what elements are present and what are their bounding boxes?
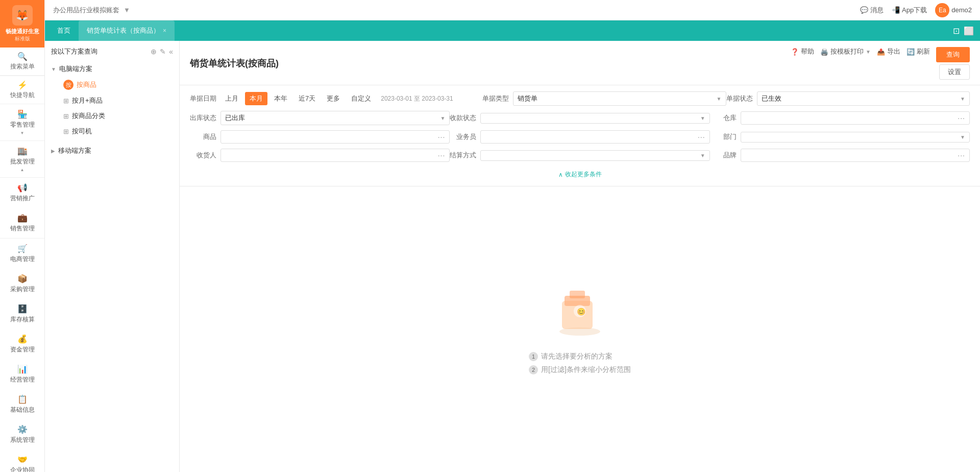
filter-brand: 品牌 ··· xyxy=(710,149,970,162)
app-download-btn[interactable]: 📲 App下载 xyxy=(892,6,927,15)
page-actions: ❓ 帮助 🖨️ 按模板打印 ▼ 📤 导出 xyxy=(791,47,930,56)
tab-maximize-icon[interactable]: ⬜ xyxy=(964,26,974,36)
export-btn[interactable]: 📤 导出 xyxy=(877,47,900,56)
empty-icon: 😊 xyxy=(549,280,610,342)
receipt-status-label: 收款状态 xyxy=(450,113,480,123)
tree-item-by-product[interactable]: 按 按商品 xyxy=(57,77,179,93)
main-area: 办公用品行业模拟账套 ▼ 💬 消息 📲 App下载 Ea demo2 首页 xyxy=(45,0,980,472)
date-btn-custom[interactable]: 自定义 xyxy=(347,92,376,105)
tree-item-by-month-product[interactable]: ⊞ 按月+商品 xyxy=(57,93,179,108)
receiver-more-btn[interactable]: ··· xyxy=(438,151,446,159)
settings-button[interactable]: 设置 xyxy=(939,64,970,80)
print-dropdown-icon[interactable]: ▼ xyxy=(866,49,871,55)
sidebar-item-ecommerce[interactable]: 🛒 电商管理 xyxy=(0,239,44,269)
header-left: 办公用品行业模拟账套 ▼ xyxy=(53,6,130,15)
top-header: 办公用品行业模拟账套 ▼ 💬 消息 📲 App下载 Ea demo2 xyxy=(45,0,980,20)
sidebar-item-finance[interactable]: 💰 资金管理 xyxy=(0,329,44,359)
salesperson-input[interactable]: ··· xyxy=(480,130,709,144)
filter-receiver: 收货人 ··· xyxy=(190,149,450,162)
sidebar-item-retail[interactable]: 🏪 零售管理 ▼ xyxy=(0,104,44,140)
sidebar-item-basic[interactable]: 📋 基础信息 xyxy=(0,389,44,419)
sidebar-item-sales[interactable]: 💼 销售管理 xyxy=(0,208,44,238)
tree-expand-icon[interactable]: ▼ xyxy=(51,66,56,72)
print-icon: 🖨️ xyxy=(820,48,828,56)
tab-restore-icon[interactable]: ⊡ xyxy=(953,26,960,36)
workspace-dropdown-icon[interactable]: ▼ xyxy=(124,6,130,14)
out-status-select[interactable]: 已出库 ▼ xyxy=(220,111,450,125)
receiver-input[interactable]: ··· xyxy=(220,149,450,162)
date-btn-7days[interactable]: 近7天 xyxy=(294,92,320,105)
doc-status-select[interactable]: 已生效 ▼ xyxy=(757,91,970,106)
tree-mobile-expand-icon[interactable]: ▶ xyxy=(51,148,55,154)
tab-active[interactable]: 销货单统计表（按商品） × xyxy=(79,20,175,41)
tree-group-label: 电脑端方案 xyxy=(59,64,92,74)
collapse-panel-btn[interactable]: « xyxy=(169,48,173,56)
doc-type-select[interactable]: 销货单 ▼ xyxy=(513,91,726,106)
product-input[interactable]: ··· xyxy=(220,130,450,144)
sidebar: 🦊 畅捷通好生意 标准版 🔍 搜索菜单 ⚡ 快捷导航 🏪 零售管理 ▼ 🏬 批发… xyxy=(0,0,45,472)
date-btn-last-month[interactable]: 上月 xyxy=(220,92,243,105)
svg-rect-3 xyxy=(570,291,585,298)
sidebar-item-inventory[interactable]: 🗄️ 库存核算 xyxy=(0,299,44,329)
brand-more-btn[interactable]: ··· xyxy=(958,151,965,159)
sidebar-item-system[interactable]: ⚙️ 系统管理 xyxy=(0,419,44,450)
workspace-label: 办公用品行业模拟账套 xyxy=(53,6,119,15)
download-icon: 📲 xyxy=(892,6,900,14)
date-btn-this-month[interactable]: 本月 xyxy=(245,92,267,105)
department-label: 部门 xyxy=(710,132,741,141)
edit-scheme-btn[interactable]: ✎ xyxy=(160,48,166,56)
salesperson-more-btn[interactable]: ··· xyxy=(698,133,705,141)
help-btn[interactable]: ❓ 帮助 xyxy=(791,47,814,56)
warehouse-more-btn[interactable]: ··· xyxy=(958,114,965,122)
settlement-select[interactable]: ▼ xyxy=(480,150,709,161)
filter-row-4: 收货人 ··· 结算方式 ▼ 品牌 xyxy=(190,149,970,162)
filter-doc-status: 单据状态 已生效 ▼ xyxy=(726,91,970,106)
sidebar-search-label: 搜索菜单 xyxy=(10,62,35,71)
query-button[interactable]: 查询 xyxy=(936,47,970,62)
warehouse-input[interactable]: ··· xyxy=(741,111,970,125)
sidebar-item-enterprise[interactable]: 🤝 企业协同 xyxy=(0,450,44,472)
tab-home[interactable]: 首页 xyxy=(49,20,79,41)
product-more-btn[interactable]: ··· xyxy=(438,133,446,141)
filter-row-2: 出库状态 已出库 ▼ 收款状态 ▼ 仓库 xyxy=(190,111,970,125)
tree-item-by-category[interactable]: ⊞ 按商品分类 xyxy=(57,108,179,124)
tab-close-icon[interactable]: × xyxy=(163,27,166,34)
filter-department: 部门 ▼ xyxy=(710,132,970,143)
page-title: 销货单统计表(按商品) xyxy=(190,57,279,69)
print-btn[interactable]: 🖨️ 按模板打印 ▼ xyxy=(820,47,871,56)
filter-out-status: 出库状态 已出库 ▼ xyxy=(190,111,450,125)
receipt-status-select[interactable]: ▼ xyxy=(480,113,709,124)
tree-item-by-cashier[interactable]: ⊞ 按司机 xyxy=(57,124,179,139)
sidebar-item-purchase[interactable]: 📦 采购管理 xyxy=(0,269,44,299)
receipt-status-dropdown-icon: ▼ xyxy=(700,115,705,121)
purchase-icon: 📦 xyxy=(17,274,28,284)
doc-status-dropdown-icon: ▼ xyxy=(960,96,965,102)
sidebar-logo[interactable]: 🦊 畅捷通好生意 标准版 xyxy=(0,0,44,48)
collapse-btn[interactable]: ∧ 收起更多条件 xyxy=(558,170,602,179)
tree-group-mobile: ▶ 移动端方案 xyxy=(45,143,179,158)
username: demo2 xyxy=(951,6,972,14)
sidebar-item-marketing[interactable]: 📢 营销推广 xyxy=(0,178,44,208)
sidebar-item-wholesale[interactable]: 🏬 批发管理 ▲ xyxy=(0,141,44,177)
refresh-btn[interactable]: 🔄 刷新 xyxy=(906,47,930,56)
filter-product: 商品 ··· xyxy=(190,130,450,144)
date-btn-this-year[interactable]: 本年 xyxy=(270,92,292,105)
date-btn-more[interactable]: 更多 xyxy=(322,92,345,105)
message-btn[interactable]: 💬 消息 xyxy=(860,6,884,15)
empty-state: 😊 1 请先选择要分析的方案 2 用[过滤]条件来缩小分析范围 xyxy=(180,186,980,472)
sidebar-item-operations[interactable]: 📊 经营管理 xyxy=(0,359,44,389)
out-status-value: 已出库 xyxy=(225,113,245,123)
hint-num-1: 1 xyxy=(529,352,538,361)
user-menu[interactable]: Ea demo2 xyxy=(935,3,972,17)
chevron-up-icon: ▲ xyxy=(20,168,24,172)
doc-type-label: 单据类型 xyxy=(482,94,513,103)
sidebar-quick-nav[interactable]: ⚡ 快捷导航 xyxy=(0,76,44,104)
grid-icon-1: ⊞ xyxy=(63,97,69,105)
department-select[interactable]: ▼ xyxy=(741,132,970,143)
add-scheme-btn[interactable]: ⊕ xyxy=(151,48,157,56)
header-right: 💬 消息 📲 App下载 Ea demo2 xyxy=(860,3,972,17)
retail-icon: 🏪 xyxy=(17,109,28,119)
receiver-label: 收货人 xyxy=(190,151,220,160)
brand-input[interactable]: ··· xyxy=(741,149,970,162)
sidebar-search[interactable]: 🔍 搜索菜单 xyxy=(0,48,44,76)
